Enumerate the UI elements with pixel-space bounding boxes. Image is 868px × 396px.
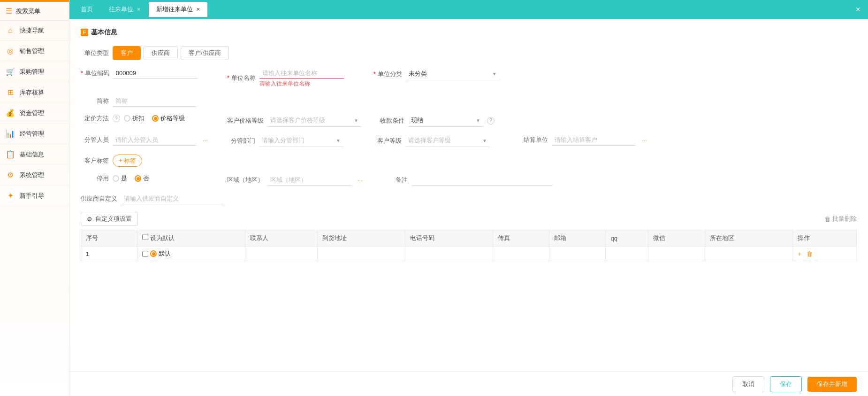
col-phone: 电话号码 — [405, 230, 493, 247]
col-default: 设为默认 — [137, 230, 245, 247]
sidebar-item-finance[interactable]: 💰 资金管理 — [0, 103, 69, 124]
supplier-custom-input[interactable] — [121, 193, 224, 204]
settings-gear-icon: ⚙ — [87, 216, 92, 223]
short-name-input[interactable] — [113, 95, 197, 107]
settlement-unit-input[interactable] — [552, 134, 636, 146]
contacts-table: 序号 设为默认 联系人 到货地址 电话号码 传真 邮箱 qq 微信 所在地区 — [81, 230, 857, 261]
disabled-no-radio[interactable]: 否 — [135, 174, 149, 183]
customer-level-label: 客户等级 — [373, 137, 402, 145]
settlement-unit-field: 结算单位 ··· — [520, 134, 651, 146]
customer-price-level-label: 客户价格等级 — [227, 116, 264, 125]
save-new-button[interactable]: 保存并新增 — [807, 377, 857, 392]
guide-icon: ✦ — [6, 191, 15, 200]
custom-settings-button[interactable]: ⚙ 自定义项设置 — [81, 212, 138, 226]
remark-input[interactable] — [411, 174, 552, 186]
unit-code-field: 单位编码 — [81, 68, 212, 79]
unit-category-label: 单位分类 — [373, 70, 402, 78]
unit-name-input[interactable] — [259, 68, 344, 79]
customer-level-placeholder: 请选择客户等级 — [408, 136, 451, 145]
sidebar-item-sales[interactable]: ◎ 销售管理 — [0, 41, 69, 62]
select-all-checkbox[interactable] — [142, 234, 148, 240]
payment-terms-select[interactable]: 现结 ▼ — [408, 114, 483, 127]
pricing-price-level-radio[interactable]: 价格等级 — [152, 114, 185, 123]
sidebar-item-guide[interactable]: ✦ 新手引导 — [0, 186, 69, 206]
pricing-discount-label: 折扣 — [132, 114, 145, 123]
region-input[interactable] — [267, 174, 352, 186]
payment-terms-label: 收款条件 — [376, 116, 404, 125]
sidebar-search[interactable]: ☰ 搜索菜单 — [0, 2, 69, 21]
unit-type-row: 单位类型 客户 供应商 客户/供应商 — [81, 46, 857, 60]
operations-icon: 📊 — [6, 129, 15, 138]
row-actions: + 🗑 — [792, 247, 856, 261]
unit-type-buttons: 客户 供应商 客户/供应商 — [113, 46, 229, 60]
manager-input[interactable] — [113, 134, 197, 146]
disabled-radio-group: 是 否 — [113, 174, 149, 183]
type-btn-customer[interactable]: 客户 — [113, 46, 141, 60]
customer-price-level-select[interactable]: 请选择客户价格等级 ▼ — [267, 114, 361, 127]
dept-select[interactable]: 请输入分管部门 ▼ — [259, 134, 343, 147]
col-action: 操作 — [792, 230, 856, 247]
row-phone — [405, 247, 493, 261]
sidebar-item-quick-nav[interactable]: ⌂ 快捷导航 — [0, 21, 69, 41]
system-icon: ⚙ — [6, 171, 15, 179]
short-name-row: 简称 — [81, 95, 857, 107]
basic-icon: 📋 — [6, 150, 15, 159]
disabled-yes-radio[interactable]: 是 — [113, 174, 127, 183]
batch-delete-button[interactable]: 🗑 批量删除 — [824, 215, 857, 223]
row-seq: 1 — [81, 247, 137, 261]
customer-level-select[interactable]: 请选择客户等级 ▼ — [405, 134, 490, 147]
unit-type-label: 单位类型 — [81, 49, 109, 57]
remark-label: 备注 — [380, 176, 408, 184]
col-email: 邮箱 — [549, 230, 606, 247]
row-region — [705, 247, 792, 261]
dept-arrow: ▼ — [336, 138, 341, 143]
row-default-radio[interactable]: 默认 — [150, 249, 171, 258]
sales-icon: ◎ — [6, 47, 15, 55]
sidebar-item-label: 库存核算 — [20, 88, 44, 97]
payment-terms-help-icon[interactable]: ? — [487, 117, 495, 124]
tab-home-label: 首页 — [81, 5, 93, 14]
payment-terms-field: 收款条件 现结 ▼ ? — [376, 114, 508, 127]
footer: 取消 保存 保存并新增 — [69, 372, 868, 396]
row-fax — [493, 247, 549, 261]
row-checkbox[interactable] — [142, 251, 148, 257]
window-close-button[interactable]: × — [852, 5, 864, 15]
pricing-radio-group: 折扣 价格等级 — [124, 114, 185, 123]
finance-icon: 💰 — [6, 109, 15, 117]
type-btn-supplier[interactable]: 供应商 — [144, 46, 178, 60]
col-address: 到货地址 — [317, 230, 405, 247]
settlement-unit-label: 结算单位 — [520, 136, 548, 144]
cancel-button[interactable]: 取消 — [732, 376, 764, 392]
row-default-label: 默认 — [159, 249, 171, 258]
col-region: 所在地区 — [705, 230, 792, 247]
region-label: 区域（地区） — [227, 176, 264, 184]
tab-new-partner-close[interactable]: × — [197, 7, 200, 12]
tag-add-button[interactable]: + 标签 — [113, 155, 142, 167]
pricing-discount-radio[interactable]: 折扣 — [124, 114, 145, 123]
unit-category-select[interactable]: 未分类 ▼ — [406, 68, 500, 80]
supplier-custom-row: 供应商自定义 — [81, 193, 857, 204]
sidebar-item-purchase[interactable]: 🛒 采购管理 — [0, 62, 69, 82]
pricing-help-icon[interactable]: ? — [113, 115, 120, 122]
row-delete-btn[interactable]: 🗑 — [807, 250, 813, 257]
type-btn-both[interactable]: 客户/供应商 — [181, 46, 229, 60]
tab-new-partner[interactable]: 新增往来单位 × — [149, 2, 207, 17]
sidebar-item-label: 采购管理 — [20, 68, 44, 76]
sidebar-item-system[interactable]: ⚙ 系统管理 — [0, 165, 69, 186]
save-button[interactable]: 保存 — [770, 376, 802, 392]
tab-partners-close[interactable]: × — [137, 7, 140, 12]
unit-name-label: 单位名称 — [227, 74, 256, 82]
unit-code-input[interactable] — [113, 68, 198, 79]
row-email — [549, 247, 606, 261]
sidebar-item-operations[interactable]: 📊 经营管理 — [0, 124, 69, 144]
tab-partners[interactable]: 往来单位 × — [101, 2, 148, 17]
row-add-btn[interactable]: + — [798, 250, 801, 257]
sidebar-item-inventory[interactable]: ⊞ 库存核算 — [0, 82, 69, 103]
row-default: 默认 — [137, 247, 245, 261]
tab-home[interactable]: 首页 — [73, 2, 100, 17]
sidebar-item-basic[interactable]: 📋 基础信息 — [0, 144, 69, 165]
section-icon: F — [81, 29, 88, 36]
settlement-unit-more-btn[interactable]: ··· — [640, 137, 649, 144]
manager-more-btn[interactable]: ··· — [201, 137, 210, 144]
region-more-btn[interactable]: ··· — [356, 177, 365, 184]
